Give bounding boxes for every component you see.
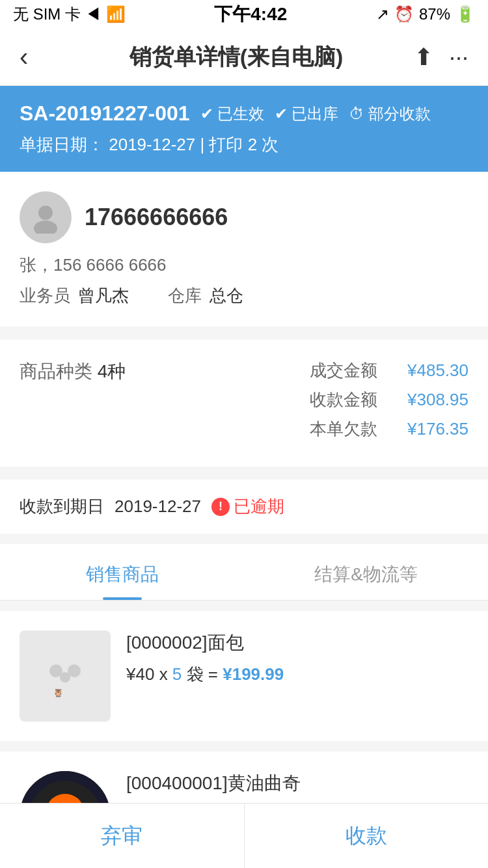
status-badge-3: ⏱ 部分收款	[349, 103, 431, 124]
check-icon-1: ✔	[200, 105, 213, 123]
print-unit: 次	[262, 135, 278, 154]
order-date-label: 单据日期：	[20, 135, 104, 154]
due-date-label: 收款到期日	[20, 495, 104, 518]
customer-phone[interactable]: 17666666666	[85, 204, 228, 231]
due-date-section: 收款到期日 2019-12-27 ! 已逾期	[0, 480, 488, 534]
svg-point-0	[38, 206, 53, 220]
product-unit-1: 袋	[187, 664, 204, 684]
product-equal-1: =	[208, 664, 223, 684]
thumb-placeholder-1: 🦉	[20, 631, 111, 722]
avatar	[20, 191, 72, 243]
print-separator: |	[200, 135, 209, 154]
no-sim-label: 无 SIM 卡 ◀	[13, 4, 101, 25]
overdue-badge: ! 已逾期	[211, 495, 284, 518]
tab-settlement-label: 结算&物流等	[314, 564, 418, 584]
collect-payment-button[interactable]: 收款	[245, 804, 489, 868]
overdue-icon: !	[211, 498, 230, 516]
owed-value: ¥176.35	[390, 419, 468, 439]
customer-row: 17666666666	[20, 191, 468, 243]
product-item-1: 🦉 [0000002]面包 ¥40 x 5 袋 = ¥199.99	[0, 611, 488, 741]
due-date-value: 2019-12-27	[115, 496, 201, 517]
amount-row: 成交金额 ¥485.30	[310, 359, 468, 382]
nav-bar: ‹ 销货单详情(来自电脑) ⬆ ···	[0, 29, 488, 86]
tab-settlement[interactable]: 结算&物流等	[244, 544, 488, 600]
owed-row: 本单欠款 ¥176.35	[310, 418, 468, 441]
summary-left: 商品种类 4种	[20, 359, 126, 384]
received-label: 收款金额	[310, 388, 377, 411]
more-icon[interactable]: ···	[449, 44, 468, 71]
warehouse-item: 仓库 总仓	[168, 284, 243, 307]
status-label-2: 已出库	[291, 103, 338, 124]
category-label: 商品种类	[20, 361, 92, 381]
sales-rep-label: 业务员	[20, 284, 70, 307]
abandon-review-label: 弃审	[101, 822, 142, 850]
summary-right: 成交金额 ¥485.30 收款金额 ¥308.95 本单欠款 ¥176.35	[310, 359, 468, 447]
back-button[interactable]: ‹	[20, 42, 59, 72]
product-total-1: ¥199.99	[223, 664, 284, 684]
alarm-icon: ⏰	[394, 5, 414, 23]
customer-section: 17666666666 张，156 6666 6666 业务员 曾凡杰 仓库 总…	[0, 172, 488, 327]
summary-section: 商品种类 4种 成交金额 ¥485.30 收款金额 ¥308.95 本单欠款 ¥…	[0, 340, 488, 467]
product-info-1: [0000002]面包 ¥40 x 5 袋 = ¥199.99	[126, 631, 468, 686]
status-right: ↗ ⏰ 87% 🔋	[376, 5, 475, 23]
order-number: SA-20191227-001	[20, 102, 190, 126]
sales-rep-value: 曾凡杰	[78, 284, 129, 307]
customer-meta: 业务员 曾凡杰 仓库 总仓	[20, 284, 468, 307]
battery-icon: 🔋	[455, 5, 475, 23]
order-date-value: 2019-12-27	[109, 135, 195, 154]
svg-point-4	[60, 672, 70, 683]
tabs-section: 销售商品 结算&物流等	[0, 544, 488, 601]
page-title: 销货单详情(来自电脑)	[129, 42, 344, 72]
sales-rep-item: 业务员 曾凡杰	[20, 284, 129, 307]
category-count: 4种	[98, 361, 126, 381]
product-qty-1: 5	[172, 664, 182, 684]
amount-label: 成交金额	[310, 359, 377, 382]
amount-value: ¥485.30	[390, 360, 468, 381]
print-count: 2	[248, 135, 257, 154]
status-label-3: 部分收款	[368, 103, 431, 124]
bottom-bar: 弃审 收款	[0, 803, 488, 868]
share-icon[interactable]: ⬆	[414, 44, 433, 71]
overdue-label: 已逾期	[234, 495, 284, 518]
status-badge-1: ✔ 已生效	[200, 103, 264, 124]
wifi-icon: 📶	[106, 5, 126, 23]
status-bar: 无 SIM 卡 ◀ 📶 下午4:42 ↗ ⏰ 87% 🔋	[0, 0, 488, 29]
owed-label: 本单欠款	[310, 418, 377, 441]
status-badge-2: ✔ 已出库	[275, 103, 338, 124]
svg-point-1	[34, 221, 57, 234]
abandon-review-button[interactable]: 弃审	[0, 804, 245, 868]
status-left: 无 SIM 卡 ◀ 📶	[13, 4, 126, 25]
clock-icon: ⏱	[349, 105, 364, 123]
svg-text:🦉: 🦉	[53, 688, 63, 698]
warehouse-value: 总仓	[210, 284, 243, 307]
received-row: 收款金额 ¥308.95	[310, 388, 468, 411]
product-name-1: [0000002]面包	[126, 631, 468, 655]
check-icon-2: ✔	[275, 105, 288, 123]
tab-products-label: 销售商品	[86, 564, 159, 584]
status-label-1: 已生效	[217, 103, 264, 124]
location-icon: ↗	[376, 5, 389, 23]
product-price-1: ¥40 x 5 袋 = ¥199.99	[126, 663, 468, 686]
received-value: ¥308.95	[390, 390, 468, 410]
warehouse-label: 仓库	[168, 284, 202, 307]
product-thumb-1: 🦉	[20, 631, 111, 722]
product-name-2: [000400001]黄油曲奇	[126, 771, 468, 796]
customer-info: 张，156 6666 6666	[20, 254, 468, 277]
product-unit-price-1: ¥40	[126, 664, 154, 684]
nav-actions: ⬆ ···	[414, 44, 468, 71]
print-label: 打印	[209, 135, 243, 154]
battery-label: 87%	[419, 5, 450, 23]
status-time: 下午4:42	[214, 2, 287, 27]
collect-payment-label: 收款	[346, 822, 387, 850]
product-multiply-1: x	[159, 664, 172, 684]
tab-products[interactable]: 销售商品	[0, 544, 244, 600]
order-header: SA-20191227-001 ✔ 已生效 ✔ 已出库 ⏱ 部分收款 单据日期：…	[0, 86, 488, 172]
order-date-row: 单据日期： 2019-12-27 | 打印 2 次	[20, 133, 468, 156]
